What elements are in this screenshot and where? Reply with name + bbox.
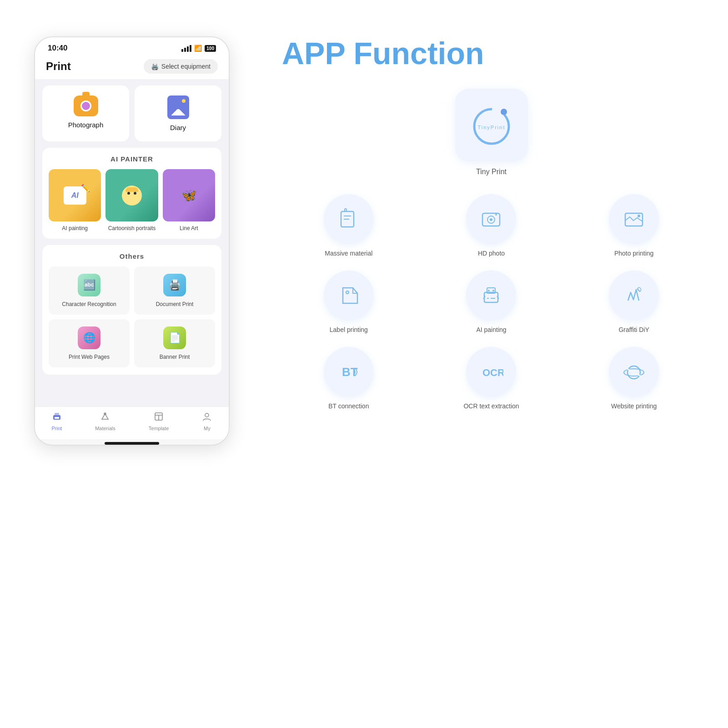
- document-print-label: Document Print: [156, 301, 194, 307]
- func-graffiti: Graffiti DiY: [567, 271, 701, 333]
- cartoon-eyes-icon: [127, 192, 136, 195]
- bt-connection-circle: BT: [324, 347, 374, 397]
- svg-point-16: [490, 218, 492, 221]
- bt-connection-label: BT connection: [328, 402, 369, 410]
- print-nav-icon: [52, 412, 62, 424]
- lineart-label: Line Art: [180, 225, 198, 231]
- massive-material-label: Massive material: [325, 250, 372, 257]
- website-printing-label: Website printing: [611, 402, 657, 410]
- phone-content: Photograph Diary AI PAINTER: [35, 79, 229, 407]
- battery-icon: 100: [205, 45, 216, 52]
- label-printing-label: Label printing: [330, 326, 368, 333]
- graffiti-circle: [609, 271, 659, 321]
- massive-material-circle: [324, 194, 374, 244]
- character-recognition-item[interactable]: 🔤 Character Recognition: [49, 266, 130, 315]
- my-nav-label: My: [204, 426, 211, 431]
- butterfly-icon: 🦋: [181, 188, 197, 203]
- ai-painting-thumb: AI ✏️: [49, 169, 101, 221]
- photograph-label: Photograph: [68, 121, 104, 129]
- svg-point-19: [638, 215, 640, 217]
- nav-item-print[interactable]: Print: [52, 412, 62, 431]
- ai-painting-func-label: AI painting: [476, 326, 506, 333]
- ai-monitor-icon: AI ✏️: [64, 186, 86, 205]
- lineart-thumb: 🦋: [163, 169, 215, 221]
- lineart-item[interactable]: 🦋 Line Art: [163, 169, 215, 231]
- diary-icon: [167, 95, 189, 119]
- hd-photo-label: HD photo: [478, 250, 505, 257]
- photo-printing-circle: [609, 194, 659, 244]
- others-grid: 🔤 Character Recognition 🖨️ Document Prin…: [49, 266, 215, 367]
- status-bar: 10:40 📶 100: [35, 37, 229, 55]
- tiny-print-label: Tiny Print: [476, 168, 507, 176]
- template-nav-label: Template: [149, 426, 169, 431]
- banner-print-item[interactable]: 📄 Banner Print: [134, 319, 215, 367]
- svg-point-17: [495, 214, 497, 216]
- func-bt-connection: BT BT connection: [282, 347, 416, 410]
- svg-line-33: [627, 369, 641, 376]
- func-hd-photo: HD photo: [425, 194, 558, 257]
- print-web-label: Print Web Pages: [69, 354, 110, 360]
- ai-painting-circle: [466, 271, 516, 321]
- ai-painting-item[interactable]: AI ✏️ AI painting: [49, 169, 101, 231]
- func-ocr: OCR OCR text extraction: [425, 347, 558, 410]
- svg-point-23: [488, 290, 490, 291]
- cartoonish-item[interactable]: Cartoonish portraits: [105, 169, 158, 231]
- printer-icon: 🖨️: [151, 63, 159, 70]
- banner-icon: 📄: [163, 326, 186, 349]
- app-function-title: APP Function: [282, 36, 701, 70]
- ai-grid: AI ✏️ AI painting: [49, 169, 215, 231]
- ocr-label: OCR text extraction: [463, 402, 519, 410]
- label-printing-circle: [324, 271, 374, 321]
- svg-text:TinyPrint: TinyPrint: [477, 125, 505, 130]
- svg-point-24: [492, 290, 494, 291]
- photograph-card[interactable]: Photograph: [42, 85, 129, 141]
- phone-title: Print: [46, 60, 71, 73]
- phone-container: 10:40 📶 100 Print: [18, 27, 246, 446]
- tiny-print-logo: TinyPrint: [467, 100, 517, 150]
- ai-pen-icon: ✏️: [81, 184, 90, 192]
- svg-point-7: [205, 413, 209, 417]
- tiny-print-logo-card: TinyPrint: [455, 89, 528, 161]
- status-icons: 📶 100: [181, 45, 216, 52]
- svg-point-20: [346, 291, 349, 294]
- nav-item-my[interactable]: My: [202, 412, 212, 431]
- template-nav-icon: [154, 412, 164, 424]
- website-printing-circle: [609, 347, 659, 397]
- function-grid: Massive material HD photo: [282, 194, 701, 410]
- materials-nav-label: Materials: [95, 426, 115, 431]
- character-recognition-label: Character Recognition: [62, 301, 116, 307]
- print-nav-label: Print: [52, 426, 62, 431]
- others-title: Others: [49, 252, 215, 260]
- doc-icon: 🖨️: [163, 274, 186, 296]
- photo-printing-label: Photo printing: [614, 250, 653, 257]
- diary-card[interactable]: Diary: [135, 85, 221, 141]
- right-panel: APP Function TinyPrint Tiny Print: [264, 27, 710, 419]
- status-time: 10:40: [48, 44, 67, 53]
- top-icon-grid: Photograph Diary: [42, 85, 221, 141]
- select-equipment-button[interactable]: 🖨️ Select equipment: [144, 59, 218, 74]
- svg-point-9: [501, 109, 507, 115]
- camera-icon: [74, 95, 98, 116]
- home-indicator: [105, 442, 159, 445]
- web-icon: 🌐: [78, 326, 100, 349]
- my-nav-icon: [202, 412, 212, 424]
- document-print-item[interactable]: 🖨️ Document Print: [134, 266, 215, 315]
- func-ai-painting: AI painting: [425, 271, 558, 333]
- bottom-nav: Print Materials Template: [35, 407, 229, 439]
- ocr-circle: OCR: [466, 347, 516, 397]
- nav-item-template[interactable]: Template: [149, 412, 169, 431]
- cartoon-face-icon: [122, 186, 142, 206]
- func-photo-printing: Photo printing: [567, 194, 701, 257]
- graffiti-label: Graffiti DiY: [618, 326, 649, 333]
- phone-header: Print 🖨️ Select equipment: [35, 55, 229, 79]
- diary-label: Diary: [170, 124, 186, 131]
- nav-item-materials[interactable]: Materials: [95, 412, 115, 431]
- func-website-printing: Website printing: [567, 347, 701, 410]
- func-massive-material: Massive material: [282, 194, 416, 257]
- svg-rect-21: [484, 292, 498, 302]
- print-web-item[interactable]: 🌐 Print Web Pages: [49, 319, 130, 367]
- materials-nav-icon: [100, 412, 110, 424]
- cartoonish-label: Cartoonish portraits: [108, 225, 156, 231]
- ocr-icon: 🔤: [78, 274, 100, 296]
- svg-rect-1: [55, 413, 59, 416]
